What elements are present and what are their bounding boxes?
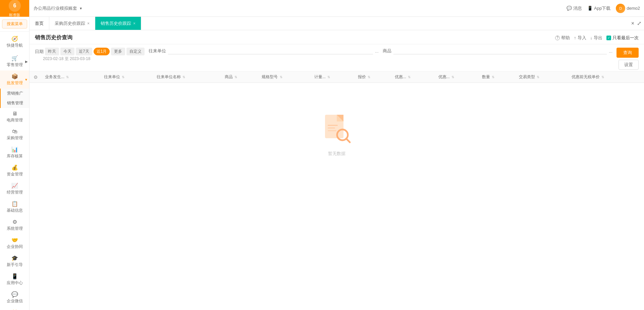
window-expand-button[interactable]: ⤢: [637, 20, 641, 27]
sidebar-item-retail[interactable]: 🛒 零售管理 ▶: [0, 52, 29, 70]
sidebar-item-ecommerce[interactable]: 🖥 电商管理: [0, 108, 29, 126]
th-partner-name[interactable]: 往来单位名称 ⇅: [153, 71, 221, 83]
only-last-checkbox-wrapper[interactable]: 只看最后一次: [606, 35, 639, 41]
sidebar-item-wholesale[interactable]: 📦 批发管理 ▼: [0, 70, 29, 89]
sidebar-item-member[interactable]: 👑 畅会员: [0, 307, 29, 310]
export-icon: ↓: [590, 35, 593, 40]
retail-icon: 🛒: [11, 55, 18, 61]
page-content: 销售历史价查询 ? 帮助 ↑ 导入 ↓ 导出: [30, 30, 644, 310]
topbar-left: 办公用品行业模拟账套 ▾: [34, 5, 82, 11]
sidebar-item-purchase[interactable]: 🛍 采购管理: [0, 126, 29, 144]
tab-home-label: 首页: [35, 20, 44, 27]
page-title: 销售历史价查询: [35, 34, 72, 41]
sidebar-item-retail-label: 零售管理: [7, 62, 23, 68]
tab-sales-history-close[interactable]: ×: [133, 21, 136, 26]
help-button[interactable]: ? 帮助: [555, 35, 570, 41]
th-pretax-price[interactable]: 优惠前无税单价 ⇅: [568, 71, 644, 83]
th-partner-name-sort-icon: ⇅: [182, 75, 185, 79]
table-settings-icon[interactable]: ⚙: [34, 74, 38, 80]
svg-text:6: 6: [13, 3, 16, 8]
sidebar-item-enterprise-label: 企业协同: [7, 244, 23, 250]
query-button[interactable]: 查询: [616, 48, 639, 58]
date-btn-last1month[interactable]: 近1月: [94, 48, 110, 55]
sidebar-item-basic[interactable]: 📋 基础信息: [0, 198, 29, 216]
date-btn-today[interactable]: 今天: [60, 48, 74, 55]
user-menu-button[interactable]: D demo2: [616, 4, 640, 13]
th-quote[interactable]: 报价 ⇅: [355, 71, 391, 83]
tab-purchase-history-close[interactable]: ×: [87, 21, 90, 26]
sidebar-item-newbie[interactable]: 🎓 新手引导: [0, 252, 29, 270]
table-container: ⚙ 业务发生... ⇅ 往来单位 ⇅ 往来单位名称: [30, 71, 644, 310]
th-trade-type[interactable]: 交易类型 ⇅: [516, 71, 568, 83]
partner-input[interactable]: [168, 48, 373, 54]
topbar-right: 💬 消息 📱 App下载 D demo2: [567, 4, 640, 13]
filter-bar: 日期 昨天 今天 近7天 近1月 更多 自定义 2023-02-18 至 202…: [30, 44, 644, 71]
partner-filter-group: 往来单位 ...: [149, 48, 378, 54]
date-btn-last7[interactable]: 近7天: [76, 48, 92, 55]
sidebar-item-quick-nav[interactable]: 🧭 快捷导航: [0, 33, 29, 51]
search-menu-button[interactable]: 搜索菜单: [2, 19, 27, 29]
tab-purchase-history[interactable]: 采购历史价跟踪 ×: [49, 17, 95, 30]
date-btn-custom[interactable]: 自定义: [126, 48, 145, 55]
export-label: 导出: [594, 35, 602, 41]
sidebar-item-enterprise[interactable]: 🤝 企业协同: [0, 234, 29, 252]
th-pretax-price-label: 优惠前无税单价: [572, 74, 600, 79]
tab-home[interactable]: 首页: [30, 17, 49, 30]
inventory-icon: 📊: [11, 146, 18, 153]
svg-rect-6: [328, 125, 338, 126]
sidebar-item-app-center[interactable]: 📱 应用中心: [0, 270, 29, 289]
sidebar-item-wechat[interactable]: 💬 企业微信: [0, 289, 29, 307]
topbar-dropdown-icon[interactable]: ▾: [80, 6, 82, 11]
sidebar-item-sales-mgmt-label: 销售管理: [7, 100, 23, 106]
sidebar-item-sales-mgmt[interactable]: 销售管理: [0, 98, 29, 108]
goods-input[interactable]: [393, 48, 607, 54]
th-discount2[interactable]: 优惠... ⇅: [435, 71, 479, 83]
finance-icon: 💰: [11, 164, 18, 171]
help-label: 帮助: [561, 35, 570, 41]
app-center-icon: 📱: [11, 273, 18, 279]
sidebar-item-marketing[interactable]: 营销推广: [0, 89, 29, 98]
sidebar-item-app-center-label: 应用中心: [7, 280, 23, 286]
system-icon: ⚙: [12, 219, 17, 225]
sidebar-item-inventory[interactable]: 📊 库存核算: [0, 144, 29, 162]
th-unit[interactable]: 计量... ⇅: [311, 71, 355, 83]
th-goods[interactable]: 商品 ⇅: [221, 71, 258, 83]
th-discount2-label: 优惠...: [438, 74, 450, 79]
tab-sales-history[interactable]: 销售历史价跟踪 ×: [95, 17, 141, 30]
empty-illustration: [318, 110, 355, 147]
logo: 6 标准版: [0, 0, 29, 17]
th-spec[interactable]: 规格型号 ⇅: [258, 71, 311, 83]
sidebar-item-marketing-label: 营销推广: [7, 91, 23, 96]
th-partner-code-label: 往来单位: [104, 74, 120, 79]
window-close-button[interactable]: ×: [631, 20, 634, 27]
svg-rect-7: [328, 127, 335, 128]
partner-ellipsis[interactable]: ...: [375, 49, 379, 54]
tabs-bar: 首页 采购历史价跟踪 × 销售历史价跟踪 × × ⤢: [30, 17, 644, 30]
date-btn-more[interactable]: 更多: [111, 48, 125, 55]
import-button[interactable]: ↑ 导入: [574, 35, 586, 41]
sidebar-item-finance[interactable]: 💰 资金管理: [0, 162, 29, 180]
wechat-icon: 💬: [11, 291, 18, 298]
goods-label: 商品: [383, 48, 391, 54]
export-button[interactable]: ↓ 导出: [590, 35, 603, 41]
sidebar-item-operations[interactable]: 📈 经营管理: [0, 180, 29, 198]
topbar: 办公用品行业模拟账套 ▾ 💬 消息 📱 App下载 D demo2: [30, 0, 644, 17]
quick-nav-label: 快捷导航: [7, 43, 23, 48]
th-biz-date[interactable]: 业务发生... ⇅: [42, 71, 101, 83]
app-download-button[interactable]: 📱 App下载: [587, 5, 610, 11]
sidebar-item-system[interactable]: ⚙ 系统管理: [0, 216, 29, 234]
th-settings[interactable]: ⚙: [30, 71, 42, 83]
app-download-icon: 📱: [587, 6, 593, 11]
sidebar-item-purchase-label: 采购管理: [7, 135, 23, 141]
only-last-checkbox[interactable]: [606, 36, 611, 40]
th-quantity[interactable]: 数量 ⇅: [479, 71, 516, 83]
table-header: ⚙ 业务发生... ⇅ 往来单位 ⇅ 往来单位名称: [30, 71, 644, 83]
settings-button[interactable]: 设置: [619, 60, 639, 70]
th-partner-code[interactable]: 往来单位 ⇅: [101, 71, 153, 83]
date-btn-yesterday[interactable]: 昨天: [45, 48, 59, 55]
newbie-icon: 🎓: [11, 255, 18, 261]
enterprise-icon: 🤝: [11, 237, 18, 243]
th-discount1[interactable]: 优惠... ⇅: [391, 71, 435, 83]
goods-ellipsis[interactable]: ...: [609, 49, 612, 54]
message-button[interactable]: 💬 消息: [567, 5, 582, 11]
